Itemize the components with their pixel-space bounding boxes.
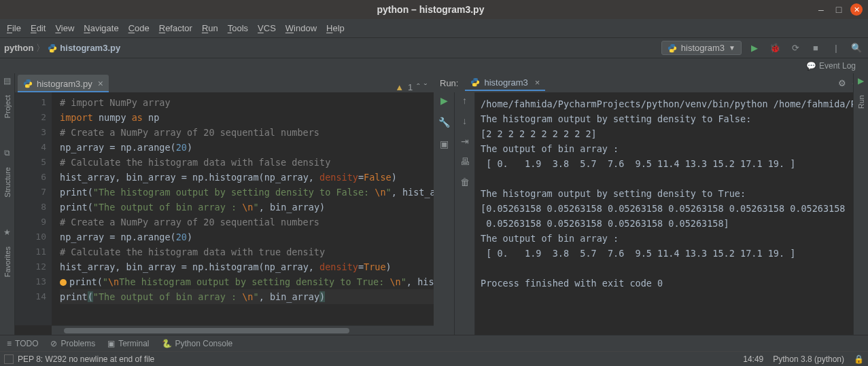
- side-project[interactable]: Project: [3, 91, 12, 122]
- menu-refactor[interactable]: Refactor: [155, 21, 196, 35]
- menu-help[interactable]: Help: [322, 21, 349, 35]
- menu-tools[interactable]: Tools: [224, 21, 252, 35]
- menu-edit[interactable]: Edit: [27, 21, 50, 35]
- code-line[interactable]: # Calculate the histogram data with true…: [60, 244, 434, 259]
- interpreter-label[interactable]: Python 3.8 (python): [773, 354, 844, 364]
- code-line[interactable]: hist_array, bin_array = np.histogram(np_…: [60, 170, 434, 185]
- menu-navigate[interactable]: Navigate: [80, 21, 122, 35]
- run-tools-button[interactable]: 🔧: [438, 117, 450, 128]
- run-side-icon[interactable]: ▶: [858, 76, 864, 86]
- run-actions-col1: ▶ 🔧 ▣: [434, 92, 455, 335]
- scrollbar-thumb[interactable]: [64, 328, 349, 333]
- menu-run[interactable]: Run: [198, 21, 222, 35]
- rerun-button[interactable]: ▶: [440, 95, 448, 106]
- editor-tab-label: histogram3.py: [37, 79, 92, 89]
- clear-button[interactable]: 🗑: [460, 177, 470, 187]
- run-tab-label: histogram3: [484, 77, 527, 88]
- cursor-position: 14:49: [743, 354, 763, 364]
- run-output[interactable]: /home/fahmida/PycharmProjects/python/ven…: [475, 92, 867, 335]
- menu-file[interactable]: File: [3, 21, 25, 35]
- code-line[interactable]: print("\nThe histogram output by setting…: [60, 274, 434, 289]
- window-titlebar: python – histogram3.py – □ ✕: [0, 0, 868, 19]
- run-settings-button[interactable]: ⚙: [838, 78, 846, 88]
- toolwindow-todo-button[interactable]: ≡TODO: [7, 339, 38, 348]
- window-maximize-button[interactable]: □: [833, 3, 845, 16]
- code-line[interactable]: np_array = np.arange(20): [60, 230, 434, 244]
- side-structure[interactable]: Structure: [3, 163, 12, 202]
- close-tab-button[interactable]: ×: [98, 78, 103, 89]
- code-line[interactable]: print("The histogram output by setting d…: [60, 185, 434, 200]
- debug-button[interactable]: 🐞: [767, 41, 782, 56]
- toolwindow-terminal-button[interactable]: ▣Terminal: [107, 339, 149, 348]
- right-tool-strip: ▶ Run: [853, 73, 868, 335]
- structure-icon[interactable]: ⧉: [4, 148, 10, 158]
- code-line[interactable]: # Create a NumPy array of 20 sequential …: [60, 125, 434, 140]
- todo-label: TODO: [15, 339, 38, 348]
- left-tool-strip: ▤ Project ⧉ Structure ★ Favorites: [0, 73, 15, 335]
- editor-body[interactable]: 1234567891011121314 # import NumPy array…: [15, 92, 434, 325]
- python-console-label: Python Console: [175, 339, 233, 348]
- window-close-button[interactable]: ✕: [850, 3, 863, 16]
- stop-button[interactable]: ■: [808, 41, 823, 56]
- toolwindow-python-console-button[interactable]: 🐍Python Console: [162, 339, 233, 348]
- menu-vcs[interactable]: VCS: [254, 21, 280, 35]
- breadcrumb-separator: 〉: [36, 42, 45, 54]
- breadcrumb-project[interactable]: python: [4, 43, 33, 53]
- window-title: python – histogram3.py: [46, 4, 815, 15]
- run-button[interactable]: ▶: [747, 41, 762, 56]
- menu-code[interactable]: Code: [124, 21, 154, 35]
- code-line[interactable]: # Create a NumPy array of 20 sequential …: [60, 215, 434, 230]
- side-run[interactable]: Run: [857, 91, 865, 113]
- code-line[interactable]: import numpy as np: [60, 110, 434, 125]
- bottom-tool-strip: ≡TODO ⊘Problems ▣Terminal 🐍Python Consol…: [0, 335, 868, 351]
- search-button[interactable]: 🔍: [849, 41, 864, 56]
- python-console-icon: 🐍: [162, 339, 172, 348]
- code-area[interactable]: # import NumPy arrayimport numpy as np# …: [52, 92, 434, 325]
- status-message: PEP 8: W292 no newline at end of file: [18, 354, 154, 364]
- breakpoint-icon[interactable]: [60, 279, 67, 286]
- python-file-icon: [23, 79, 33, 88]
- event-log-label: Event Log: [819, 61, 856, 71]
- problems-icon: ⊘: [50, 339, 57, 348]
- code-line[interactable]: # Calculate the histogram data with fals…: [60, 155, 434, 170]
- soft-wrap-button[interactable]: ⇥: [461, 136, 469, 147]
- main-menubar: FileEditViewNavigateCodeRefactorRunTools…: [0, 19, 868, 38]
- editor-horizontal-scrollbar[interactable]: [52, 325, 434, 335]
- toolwindow-problems-button[interactable]: ⊘Problems: [50, 339, 95, 348]
- close-run-tab-button[interactable]: ×: [535, 77, 540, 88]
- menu-window[interactable]: Window: [281, 21, 321, 35]
- editor-tab[interactable]: histogram3.py ×: [18, 75, 109, 92]
- window-minimize-button[interactable]: –: [815, 3, 827, 16]
- todo-icon: ≡: [7, 339, 12, 348]
- chevron-down-icon[interactable]: ˇ: [424, 82, 427, 92]
- chevron-up-icon[interactable]: ˆ: [417, 82, 419, 92]
- problems-label: Problems: [60, 339, 95, 348]
- run-config-label: histogram3: [681, 43, 725, 53]
- editor-pane: histogram3.py × ▲ 1 ˆ ˇ 1234567891011121…: [15, 73, 434, 335]
- warning-triangle-icon[interactable]: ▲: [395, 82, 404, 92]
- project-icon[interactable]: ▤: [3, 76, 11, 86]
- code-line[interactable]: np_array = np.arange(20): [60, 140, 434, 155]
- side-favorites[interactable]: Favorites: [3, 242, 12, 281]
- run-panel-title: Run:: [440, 78, 458, 88]
- scroll-up-button[interactable]: ↑: [462, 95, 467, 106]
- code-line[interactable]: print("The output of bin array : \n", bi…: [60, 289, 434, 304]
- run-tab[interactable]: histogram3 ×: [465, 75, 545, 91]
- favorites-icon[interactable]: ★: [3, 227, 11, 237]
- breadcrumb-file[interactable]: histogram3.py: [48, 43, 120, 53]
- event-log-button[interactable]: 💬 Event Log: [806, 61, 856, 71]
- run-config-selector[interactable]: histogram3 ▼: [661, 41, 742, 55]
- lock-icon[interactable]: 🔒: [854, 354, 864, 364]
- menu-view[interactable]: View: [51, 21, 78, 35]
- code-line[interactable]: hist_array, bin_array = np.histogram(np_…: [60, 259, 434, 274]
- run-with-coverage-button[interactable]: ⟳: [788, 41, 803, 56]
- scroll-down-button[interactable]: ↓: [462, 115, 467, 126]
- code-line[interactable]: # import NumPy array: [60, 95, 434, 110]
- speech-bubble-icon: 💬: [806, 61, 816, 71]
- warning-count: 1: [408, 82, 413, 92]
- code-line[interactable]: print("The output of bin array : \n", bi…: [60, 200, 434, 215]
- print-button[interactable]: 🖶: [460, 156, 470, 167]
- run-pane: Run: histogram3 × ⚙ — ▶ 🔧 ▣ ↑: [434, 73, 853, 335]
- toolwindows-toggle-button[interactable]: [4, 354, 14, 364]
- run-stop-button[interactable]: ▣: [440, 139, 449, 149]
